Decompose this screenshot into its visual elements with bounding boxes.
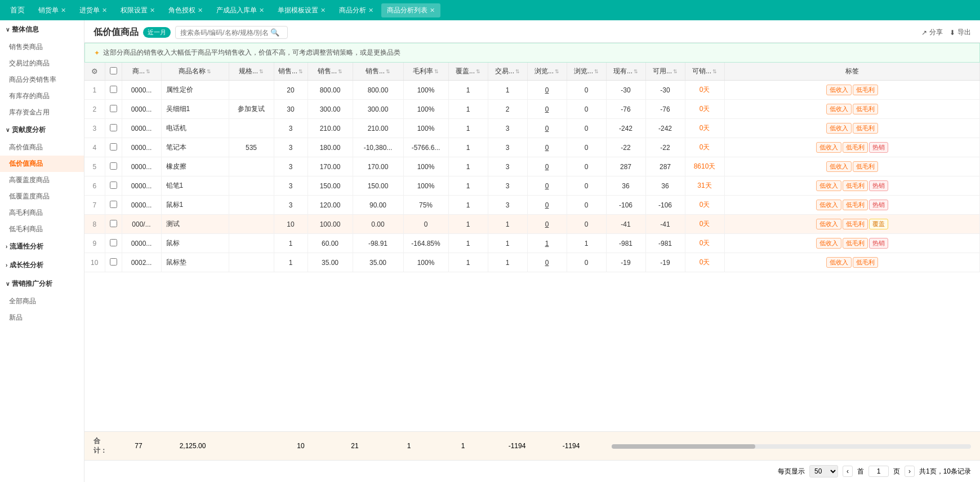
cell-sale-amount: 180.00 [308, 138, 353, 157]
row-checkbox-1[interactable] [110, 105, 117, 112]
cell-view1: 0 [527, 253, 567, 272]
cell-stock-usable: 287 [645, 157, 685, 176]
nav-close-analysis[interactable]: ✕ [368, 7, 373, 14]
row-checkbox-0[interactable] [110, 86, 117, 93]
nav-close-sales[interactable]: ✕ [61, 7, 66, 14]
sidebar-item-stocked-goods[interactable]: 有库存的商品 [0, 88, 84, 104]
sort-view2[interactable]: ⇅ [594, 69, 599, 74]
sidebar-item-high-value[interactable]: 高价值商品 [0, 139, 84, 156]
sidebar-item-low-margin[interactable]: 低毛利商品 [0, 221, 84, 237]
sidebar-item-high-margin[interactable]: 高毛利商品 [0, 205, 84, 221]
row-checkbox-3[interactable] [110, 143, 117, 151]
page-prev-button[interactable]: ‹ [843, 466, 853, 477]
sidebar-item-all-goods[interactable]: 全部商品 [0, 293, 84, 309]
view1-link[interactable]: 1 [545, 240, 549, 247]
search-icon[interactable]: 🔍 [270, 28, 279, 37]
sidebar-item-traded-goods[interactable]: 交易过的商品 [0, 55, 84, 72]
sort-coverage[interactable]: ⇅ [476, 69, 480, 74]
view1-link[interactable]: 0 [545, 259, 549, 267]
sidebar-group-flow[interactable]: › 流通性分析 [0, 237, 84, 256]
sidebar-item-stock-fund[interactable]: 库存资金占用 [0, 104, 84, 121]
share-button[interactable]: ↗ 分享 [921, 28, 943, 37]
sort-stock-current[interactable]: ⇅ [634, 69, 638, 74]
row-checkbox-4[interactable] [110, 162, 117, 170]
cell-stock-usable: -22 [645, 138, 685, 157]
sort-view1[interactable]: ⇅ [555, 69, 559, 74]
cell-margin: 0 [403, 215, 448, 234]
cell-stock-usable: -106 [645, 196, 685, 215]
nav-close-list[interactable]: ✕ [430, 7, 435, 14]
tag-recent[interactable]: 近一月 [143, 27, 171, 38]
sort-margin[interactable]: ⇅ [434, 69, 439, 74]
view1-link[interactable]: 0 [545, 163, 549, 171]
sort-sale-amount[interactable]: ⇅ [338, 69, 342, 74]
view1-link[interactable]: 0 [545, 182, 549, 190]
footer-trade: 21 [332, 442, 377, 450]
table-container[interactable]: ⚙ 商...⇅ 商品名称⇅ 规格...⇅ [84, 63, 980, 431]
checkbox-all[interactable] [110, 67, 117, 74]
cell-sale-days: 0天 [685, 253, 724, 272]
nav-home[interactable]: 首页 [5, 3, 30, 17]
view1-link[interactable]: 0 [545, 220, 549, 228]
sort-trade[interactable]: ⇅ [515, 69, 520, 74]
gear-icon[interactable]: ⚙ [91, 67, 98, 76]
sort-stock-usable[interactable]: ⇅ [673, 69, 678, 74]
sidebar-item-high-coverage[interactable]: 高覆盖度商品 [0, 172, 84, 188]
nav-role-auth[interactable]: 角色授权 ✕ [163, 3, 208, 17]
data-table: ⚙ 商...⇅ 商品名称⇅ 规格...⇅ [84, 63, 980, 272]
sidebar-item-low-coverage[interactable]: 低覆盖度商品 [0, 188, 84, 205]
nav-permission[interactable]: 权限设置 ✕ [115, 3, 161, 17]
view1-link[interactable]: 0 [545, 86, 549, 94]
col-sale-cost: 销售...⇅ [353, 63, 403, 81]
nav-purchase-order[interactable]: 进货单 ✕ [74, 3, 113, 17]
nav-close-role[interactable]: ✕ [198, 7, 203, 14]
page-next-button[interactable]: › [905, 466, 915, 477]
sidebar-group-overall[interactable]: ∨ 整体信息 [0, 20, 84, 39]
row-checkbox-2[interactable] [110, 124, 117, 131]
row-checkbox-9[interactable] [110, 258, 117, 266]
sidebar-item-category-rate[interactable]: 商品分类销售率 [0, 72, 84, 88]
page-title: 低价值商品 [93, 26, 139, 38]
nav-template-setting[interactable]: 单据模板设置 ✕ [272, 3, 331, 17]
sidebar-item-new-goods[interactable]: 新品 [0, 309, 84, 326]
sidebar-item-low-value[interactable]: 低价值商品 [0, 156, 84, 172]
sidebar-group-growth[interactable]: › 成长性分析 [0, 256, 84, 275]
export-button[interactable]: ⬇ 导出 [950, 28, 971, 37]
sort-code[interactable]: ⇅ [146, 69, 150, 74]
nav-analysis-list[interactable]: 商品分析列表 ✕ [381, 3, 440, 17]
cell-sale-qty: 3 [274, 157, 308, 176]
cell-view1: 0 [527, 100, 567, 119]
tag-低收入: 低收入 [816, 238, 841, 249]
view1-link[interactable]: 0 [545, 144, 549, 152]
nav-close-template[interactable]: ✕ [320, 7, 326, 14]
nav-product-analysis[interactable]: 商品分析 ✕ [333, 3, 379, 17]
nav-sales-order[interactable]: 销货单 ✕ [33, 3, 72, 17]
view1-link[interactable]: 0 [545, 105, 549, 113]
sidebar-group-contribution[interactable]: ∨ 贡献度分析 [0, 121, 84, 139]
nav-close-permission[interactable]: ✕ [150, 7, 155, 14]
row-checkbox-8[interactable] [110, 239, 117, 246]
cell-tags: 低收入低毛利 [724, 81, 980, 100]
row-checkbox-5[interactable] [110, 182, 117, 189]
cell-view2: 0 [567, 119, 606, 138]
sort-sale-qty[interactable]: ⇅ [299, 69, 303, 74]
sidebar-group-marketing[interactable]: ∨ 营销推广分析 [0, 275, 84, 293]
nav-product-stock[interactable]: 产成品入库单 ✕ [211, 3, 270, 17]
cell-sale-amount: 150.00 [308, 176, 353, 196]
nav-close-purchase[interactable]: ✕ [102, 7, 107, 14]
cell-margin: -5766.6... [403, 138, 448, 157]
row-checkbox-6[interactable] [110, 201, 117, 208]
sort-name[interactable]: ⇅ [207, 69, 211, 74]
page-input[interactable] [868, 466, 889, 477]
sort-stock-sale[interactable]: ⇅ [712, 69, 717, 74]
view1-link[interactable]: 0 [545, 201, 549, 209]
page-size-select[interactable]: 50 100 [809, 465, 838, 477]
sidebar-item-sales-goods[interactable]: 销售类商品 [0, 39, 84, 55]
cell-sale-cost: 800.00 [353, 81, 403, 100]
sort-spec[interactable]: ⇅ [259, 69, 264, 74]
row-checkbox-7[interactable] [110, 220, 117, 227]
view1-link[interactable]: 0 [545, 125, 549, 132]
search-input[interactable] [180, 29, 270, 37]
nav-close-product[interactable]: ✕ [259, 7, 264, 14]
sort-sale-cost[interactable]: ⇅ [386, 69, 390, 74]
